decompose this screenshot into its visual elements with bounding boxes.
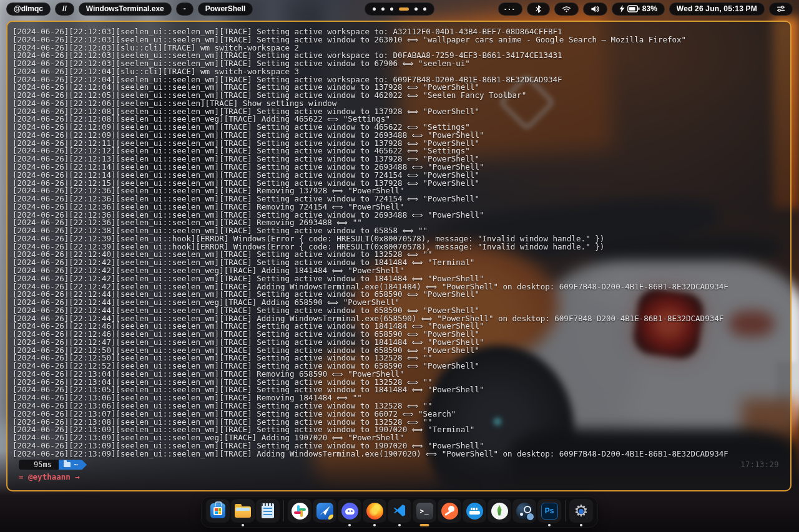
quick-settings-icon (777, 5, 785, 12)
tray-wifi-button[interactable] (554, 2, 579, 16)
terminal-log: [2024-06-26][22:12:03][seelen_ui::seelen… (12, 28, 785, 458)
dock-running-indicator (348, 524, 351, 526)
fancy-toolbar: @dlmqc // WindowsTerminal.exe - PowerShe… (0, 0, 799, 17)
dock-item-discord[interactable] (338, 499, 361, 523)
dock-item-slack[interactable] (288, 499, 311, 523)
dock-item-steam[interactable] (512, 499, 536, 523)
workspace-dot[interactable] (373, 7, 376, 11)
dock-item-firefox[interactable] (363, 499, 386, 523)
notepad-icon (262, 503, 274, 518)
mongodb-icon (491, 503, 508, 520)
dock-item-vscode[interactable] (388, 499, 411, 523)
dock-running-indicator (580, 524, 582, 526)
docker-icon (466, 503, 483, 520)
prompt-row: 95ms ~ 17:13:29 (12, 460, 785, 470)
toolbar-left-group: @dlmqc // WindowsTerminal.exe - PowerShe… (6, 2, 253, 16)
slack-icon (292, 503, 308, 520)
tray-bluetooth-button[interactable] (527, 2, 550, 16)
workspace-dot[interactable] (390, 7, 393, 11)
workspace-dot[interactable] (414, 7, 418, 11)
separator-pill: // (55, 2, 74, 16)
settings-gear-icon: ⚙ (574, 503, 588, 519)
firefox-icon (366, 503, 383, 520)
workspace-switcher (365, 2, 434, 16)
dock-item-notepad[interactable] (256, 499, 280, 523)
photoshop-icon: Ps (541, 503, 558, 520)
dock-running-indicator (548, 524, 551, 526)
prompt-user-line[interactable]: = @eythaann → (19, 472, 785, 481)
dock-running-indicator (373, 524, 376, 526)
dash-pill: - (176, 2, 194, 16)
dock-active-indicator (420, 524, 429, 526)
postman-icon (441, 503, 458, 520)
dock-item-microsoft-store[interactable] (206, 499, 230, 523)
dock-item-file-explorer[interactable] (231, 499, 255, 523)
steam-icon (516, 503, 533, 520)
dock-item-docker[interactable] (463, 499, 486, 523)
battery-percent: 83% (642, 4, 657, 13)
datetime-label: Wed 26 Jun, 05:13 PM (677, 4, 757, 13)
microsoft-store-icon (210, 503, 225, 518)
tray-datetime-button[interactable]: Wed 26 Jun, 05:13 PM (669, 2, 765, 16)
dock-item-mongodb[interactable] (488, 499, 511, 523)
prompt-duration: 95ms (19, 460, 59, 470)
dock-item-spark-mail[interactable] (313, 499, 336, 523)
toolbar-tray-group: ··· 83% Wed 26 Jun, 05:13 PM (498, 2, 793, 16)
dock-separator (565, 500, 566, 521)
dock-item-seelen-settings[interactable]: ⚙ (569, 499, 593, 523)
dock-running-indicator (242, 524, 244, 526)
tray-volume-button[interactable] (583, 2, 607, 16)
workspace-active[interactable] (399, 7, 409, 11)
dock: >_Ps⚙ (201, 496, 598, 528)
tray-quick-settings-button[interactable] (769, 2, 793, 16)
dock-item-postman[interactable] (438, 499, 461, 523)
prompt-path: ~ (74, 460, 78, 469)
more-options-icon: ··· (504, 4, 516, 14)
user-pill[interactable]: @dlmqc (6, 2, 51, 16)
workspace-dot[interactable] (381, 7, 385, 11)
prompt-path-segment: ~ (59, 460, 87, 470)
vscode-icon (392, 503, 407, 518)
focused-app-pill[interactable]: WindowsTerminal.exe (79, 2, 172, 16)
focused-window-pill[interactable]: PowerShell (198, 2, 253, 16)
tray-battery-button[interactable]: 83% (612, 2, 665, 16)
dock-item-photoshop[interactable]: Ps (537, 499, 561, 523)
wifi-icon (562, 5, 571, 13)
log-line: [2024-06-26][22:13:09][seelen_ui::seelen… (12, 450, 785, 458)
battery-icon (627, 5, 640, 12)
battery-bolt-icon (619, 5, 625, 12)
file-explorer-icon (235, 506, 251, 518)
windows-terminal-icon: >_ (416, 503, 433, 520)
folder-icon (64, 462, 71, 467)
workspace-dot[interactable] (423, 7, 426, 11)
volume-icon (591, 5, 600, 13)
workspace-dots[interactable] (365, 2, 434, 16)
dock-separator (283, 500, 284, 521)
dock-running-indicator (398, 524, 401, 526)
prompt-clock: 17:13:29 (740, 460, 779, 469)
spark-mail-icon (316, 503, 333, 520)
terminal-window[interactable]: [2024-06-26][22:12:03][seelen_ui::seelen… (6, 21, 792, 491)
bluetooth-icon (534, 5, 542, 13)
tray-more-button[interactable]: ··· (498, 2, 522, 16)
dock-item-windows-terminal[interactable]: >_ (413, 499, 436, 523)
desktop: @dlmqc // WindowsTerminal.exe - PowerShe… (0, 0, 799, 532)
discord-icon (341, 503, 358, 520)
